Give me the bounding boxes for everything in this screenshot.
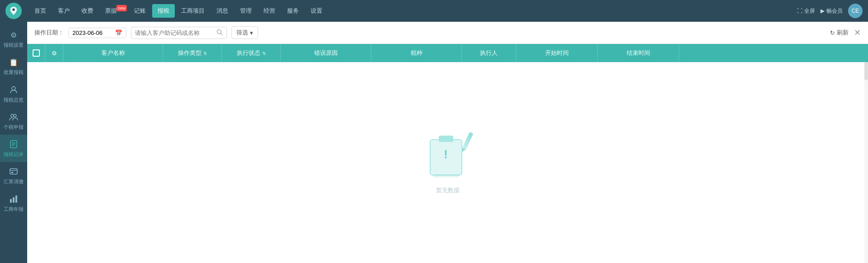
th-end-time: 结束时间 (598, 44, 679, 62)
sidebar-item-batch-tax[interactable]: 📋 批量报税 (0, 53, 27, 80)
scrollbar-thumb[interactable] (864, 62, 868, 80)
tax-summary-icon (9, 85, 19, 95)
date-input[interactable] (72, 29, 113, 36)
nav-item-operation[interactable]: 经营 (258, 4, 281, 18)
fullscreen-button[interactable]: ⛶ 全屏 (797, 7, 815, 15)
th-customer-name: 客户名称 (63, 44, 163, 62)
nav-items: 首页 客户 收费 票据 new 记账 报税 工商项目 消息 管理 经营 服务 设… (29, 4, 797, 18)
nav-item-settings[interactable]: 设置 (305, 4, 328, 18)
chevron-down-icon: ▾ (250, 29, 253, 36)
close-button[interactable]: ✕ (854, 28, 861, 38)
settings-icon: ⚙ (52, 50, 57, 57)
scrollbar[interactable] (864, 62, 868, 263)
sidebar-item-personal-tax[interactable]: 个税申报 (0, 107, 27, 135)
avatar[interactable]: CE (848, 4, 863, 18)
svg-rect-12 (13, 197, 14, 203)
toolbar: 操作日期： 📅 筛选 ▾ ↻ (27, 22, 868, 44)
th-tax-type: 税种 (371, 44, 462, 62)
member-button[interactable]: ▶ 畅会员 (820, 7, 843, 15)
sidebar-item-settlement[interactable]: 汇算清缴 (0, 162, 27, 189)
svg-rect-10 (11, 172, 13, 173)
empty-state: ! 暂无数据 (27, 62, 868, 263)
sidebar: ⚙ 报税设置 📋 批量报税 报税总览 (0, 22, 27, 263)
refresh-icon: ↻ (830, 29, 835, 36)
nav-item-fee[interactable]: 收费 (76, 4, 99, 18)
svg-line-15 (221, 33, 223, 35)
nav-item-service[interactable]: 服务 (282, 4, 304, 18)
svg-point-1 (12, 87, 15, 90)
member-icon: ▶ (820, 8, 825, 14)
sort-icon-exec-status: ⇅ (262, 51, 266, 56)
empty-illustration: ! (425, 131, 470, 181)
batch-tax-icon: 📋 (9, 57, 19, 67)
search-input[interactable] (131, 28, 213, 38)
svg-rect-8 (10, 169, 17, 174)
th-start-time: 开始时间 (516, 44, 598, 62)
th-checkbox[interactable] (27, 44, 45, 62)
personal-tax-icon (9, 112, 19, 122)
table-wrap: ⚙ 客户名称 操作类型 ⇅ 执行状态 ⇅ 错误原因 税种 (27, 44, 868, 263)
search-button[interactable] (213, 27, 226, 39)
nav-item-industry[interactable]: 工商项目 (176, 4, 210, 18)
svg-point-0 (12, 9, 15, 11)
settlement-icon (9, 166, 19, 176)
svg-rect-13 (15, 195, 17, 203)
th-executor: 执行人 (462, 44, 516, 62)
calendar-icon[interactable]: 📅 (115, 29, 122, 36)
sidebar-item-tax-record[interactable]: 报税记录 (0, 135, 27, 162)
svg-point-2 (11, 114, 14, 117)
nav-item-account[interactable]: 记账 (129, 4, 151, 18)
content-area: 操作日期： 📅 筛选 ▾ ↻ (27, 22, 868, 263)
nav-item-tax[interactable]: 报税 (152, 4, 175, 18)
nav-item-customer[interactable]: 客户 (53, 4, 75, 18)
svg-point-3 (14, 114, 16, 117)
nav-item-message[interactable]: 消息 (211, 4, 234, 18)
nav-item-ticket[interactable]: 票据 new (100, 4, 128, 18)
main-layout: ⚙ 报税设置 📋 批量报税 报税总览 (0, 22, 868, 263)
date-input-wrap[interactable]: 📅 (68, 28, 126, 38)
tax-settings-icon: ⚙ (9, 30, 19, 40)
svg-rect-11 (10, 199, 12, 203)
refresh-button[interactable]: ↻ 刷新 (830, 29, 849, 37)
nav-item-manage[interactable]: 管理 (235, 4, 257, 18)
annual-report-icon (9, 194, 19, 204)
fullscreen-icon: ⛶ (797, 8, 802, 14)
empty-text: 暂无数据 (436, 186, 460, 195)
app-logo[interactable] (5, 3, 22, 19)
sort-icon-op-type: ⇅ (203, 51, 207, 56)
th-settings[interactable]: ⚙ (45, 44, 63, 62)
sidebar-item-annual-report[interactable]: 工商年报 (0, 190, 27, 217)
top-nav-right: ⛶ 全屏 ▶ 畅会员 CE (797, 4, 863, 18)
date-label: 操作日期： (34, 29, 64, 37)
toolbar-right: ↻ 刷新 ✕ (830, 28, 861, 38)
sidebar-item-tax-summary[interactable]: 报税总览 (0, 80, 27, 107)
new-badge: new (116, 5, 127, 11)
sidebar-item-tax-settings[interactable]: ⚙ 报税设置 (0, 25, 27, 53)
nav-item-home[interactable]: 首页 (29, 4, 52, 18)
top-nav: 首页 客户 收费 票据 new 记账 报税 工商项目 消息 管理 经营 服务 设… (0, 0, 868, 22)
header-checkbox[interactable] (33, 49, 40, 57)
table-header: ⚙ 客户名称 操作类型 ⇅ 执行状态 ⇅ 错误原因 税种 (27, 44, 868, 62)
search-wrap (131, 27, 227, 39)
th-op-type[interactable]: 操作类型 ⇅ (163, 44, 222, 62)
th-error-reason: 错误原因 (281, 44, 371, 62)
th-exec-status[interactable]: 执行状态 ⇅ (222, 44, 281, 62)
filter-button[interactable]: 筛选 ▾ (231, 26, 258, 39)
tax-record-icon (9, 139, 19, 149)
